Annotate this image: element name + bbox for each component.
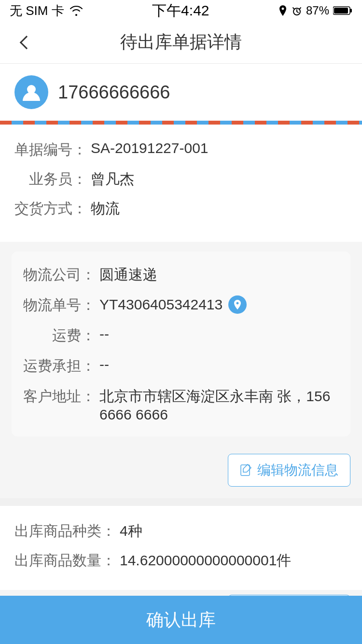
goods-quantity-row: 出库商品数量： 14.62000000000000001件 xyxy=(14,551,348,571)
nav-title: 待出库单据详情 xyxy=(39,30,323,54)
battery-icon xyxy=(333,6,352,15)
nav-bar: 待出库单据详情 xyxy=(0,21,362,64)
goods-types-row: 出库商品种类： 4种 xyxy=(14,521,348,541)
alarm-icon xyxy=(292,5,302,16)
logistics-freight-bear-value: -- xyxy=(99,356,339,373)
status-right: 87% xyxy=(278,4,352,17)
logistics-address-label: 客户地址： xyxy=(23,387,96,406)
logistics-address-value: 北京市市辖区海淀区永丰南 张，156 6666 6666 xyxy=(99,387,339,423)
user-avatar xyxy=(14,75,48,109)
battery-percent: 87% xyxy=(306,4,329,17)
edit-btn-row: 编辑物流信息 xyxy=(0,446,362,498)
logistics-freight-bear-label: 运费承担： xyxy=(23,356,96,376)
location-status-icon xyxy=(278,5,288,16)
edit-logistics-label: 编辑物流信息 xyxy=(257,461,338,479)
user-row: 17666666666 xyxy=(0,64,362,121)
salesman-value: 曾凡杰 xyxy=(91,169,348,189)
tracking-location-button[interactable] xyxy=(228,295,247,314)
logistics-freight-label: 运费： xyxy=(23,326,96,346)
user-phone: 17666666666 xyxy=(58,82,170,103)
order-number-label: 单据编号： xyxy=(14,140,87,160)
logistics-address-row: 客户地址： 北京市市辖区海淀区永丰南 张，156 6666 6666 xyxy=(23,387,339,423)
status-left: 无 SIM 卡 xyxy=(10,2,84,19)
logistics-tracking-value: YT4306405342413 xyxy=(99,296,223,313)
logistics-freight-row: 运费： -- xyxy=(23,326,339,346)
goods-section: 出库商品种类： 4种 出库商品数量： 14.62000000000000001件 xyxy=(0,506,362,590)
goods-quantity-label: 出库商品数量： xyxy=(14,551,116,571)
svg-rect-3 xyxy=(334,8,348,14)
logistics-company-row: 物流公司： 圆通速递 xyxy=(23,265,339,285)
order-info-section: 单据编号： SA-20191227-001 业务员： 曾凡杰 交货方式： 物流 xyxy=(0,125,362,242)
delivery-label: 交货方式： xyxy=(14,199,87,219)
edit-logistics-button[interactable]: 编辑物流信息 xyxy=(228,454,350,487)
logistics-company-label: 物流公司： xyxy=(23,265,96,285)
back-arrow-icon xyxy=(20,35,33,49)
confirm-label: 确认出库 xyxy=(146,608,216,632)
delivery-value: 物流 xyxy=(91,199,348,219)
svg-rect-2 xyxy=(350,9,352,13)
goods-types-label: 出库商品种类： xyxy=(14,521,116,541)
map-pin-icon xyxy=(232,299,243,310)
delivery-row: 交货方式： 物流 xyxy=(14,199,348,219)
status-bar: 无 SIM 卡 下午4:42 87% xyxy=(0,0,362,21)
section-divider xyxy=(0,498,362,506)
logistics-freight-value: -- xyxy=(99,326,339,342)
logistics-company-value: 圆通速递 xyxy=(99,265,339,285)
confirm-button[interactable]: 确认出库 xyxy=(0,596,362,644)
logistics-tracking-row: 物流单号： YT4306405342413 xyxy=(23,295,339,315)
logistics-card: 物流公司： 圆通速递 物流单号： YT4306405342413 运费： -- … xyxy=(12,252,350,436)
salesman-label: 业务员： xyxy=(14,169,87,189)
order-number-row: 单据编号： SA-20191227-001 xyxy=(14,140,348,160)
status-time: 下午4:42 xyxy=(152,1,209,21)
logistics-freight-bear-row: 运费承担： -- xyxy=(23,356,339,376)
edit-icon xyxy=(240,464,252,476)
order-number-value: SA-20191227-001 xyxy=(91,140,348,156)
logistics-tracking-label: 物流单号： xyxy=(23,295,96,315)
person-icon xyxy=(21,82,42,103)
goods-quantity-value: 14.62000000000000001件 xyxy=(120,551,291,571)
carrier-text: 无 SIM 卡 xyxy=(10,2,64,19)
salesman-row: 业务员： 曾凡杰 xyxy=(14,169,348,189)
dashed-divider xyxy=(0,121,362,125)
wifi-icon xyxy=(69,5,84,16)
back-button[interactable] xyxy=(14,30,39,55)
goods-types-value: 4种 xyxy=(120,521,142,541)
